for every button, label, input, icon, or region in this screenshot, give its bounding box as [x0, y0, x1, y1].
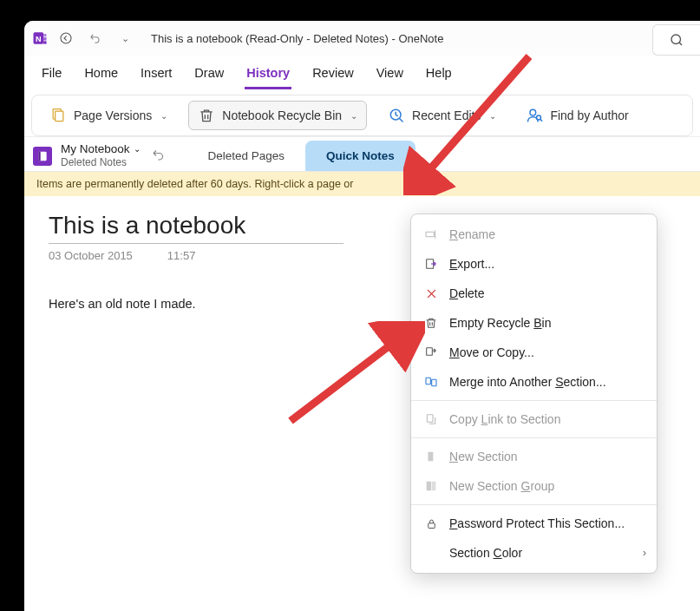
menu-file[interactable]: File: [40, 62, 63, 89]
copy-link-icon: [423, 411, 439, 427]
merge-icon: [423, 374, 439, 390]
qat-customize-button[interactable]: ⌄: [113, 26, 137, 50]
svg-rect-16: [426, 378, 430, 384]
move-copy-icon: [423, 345, 439, 360]
titlebar: N ⌄ This is a notebook (Read-Only - Dele…: [24, 21, 700, 56]
section-context-menu: RRenameename Export... Delete Empty Recy…: [410, 214, 657, 574]
info-strip: Items are permanently deleted after 60 d…: [24, 172, 700, 196]
svg-rect-2: [43, 37, 46, 40]
menu-home[interactable]: Home: [82, 62, 120, 89]
recent-edits-icon: [388, 107, 405, 124]
menu-section-color[interactable]: Section Color ›: [411, 538, 657, 568]
notebook-undo-icon[interactable]: [151, 147, 167, 166]
menu-help[interactable]: Help: [424, 62, 454, 89]
svg-rect-15: [427, 348, 433, 356]
svg-rect-21: [432, 482, 436, 491]
page-versions-button[interactable]: Page Versions ⌄: [41, 102, 176, 129]
window-title: This is a notebook (Read-Only - Deleted …: [151, 32, 443, 45]
page-date: 03 October 2015: [49, 249, 133, 262]
rename-icon: [423, 227, 439, 242]
menu-delete[interactable]: Delete: [411, 279, 657, 308]
recycle-bin-label: Notebook Recycle Bin: [222, 108, 342, 122]
menu-new-section: New Section: [411, 442, 657, 471]
menu-review[interactable]: Review: [311, 62, 356, 89]
find-author-button[interactable]: Find by Author: [517, 102, 637, 129]
export-icon: [423, 256, 439, 272]
menu-merge-section[interactable]: Merge into Another Section...: [411, 367, 657, 397]
app-window: N ⌄ This is a notebook (Read-Only - Dele…: [24, 21, 700, 611]
lock-icon: [423, 516, 439, 531]
recent-edits-button[interactable]: Recent Edits ⌄: [379, 102, 505, 129]
menu-insert[interactable]: Insert: [139, 62, 173, 89]
section-icon: [423, 449, 439, 464]
svg-rect-12: [38, 151, 40, 161]
find-author-icon: [526, 107, 543, 124]
menubar: File Home Insert Draw History Review Vie…: [24, 56, 700, 89]
menu-empty-recycle-bin[interactable]: Empty Recycle Bin: [411, 308, 657, 338]
notebook-subtitle: Deleted Notes: [61, 156, 141, 168]
svg-rect-20: [427, 482, 431, 491]
trash-icon: [198, 107, 215, 124]
menu-draw[interactable]: Draw: [193, 62, 226, 89]
tab-deleted-pages[interactable]: Deleted Pages: [187, 141, 306, 171]
page-versions-icon: [49, 107, 67, 124]
search-button[interactable]: [652, 24, 700, 56]
menu-separator: [411, 400, 657, 401]
find-author-label: Find by Author: [550, 108, 628, 122]
trash-icon: [423, 315, 439, 331]
svg-rect-18: [427, 415, 433, 423]
onenote-app-icon: N: [31, 30, 49, 47]
svg-rect-22: [428, 522, 435, 528]
recycle-bin-button[interactable]: Notebook Recycle Bin ⌄: [188, 101, 367, 130]
svg-rect-19: [429, 452, 434, 462]
notebook-icon: [33, 147, 52, 166]
tab-quick-notes[interactable]: Quick Notes: [305, 141, 415, 171]
recent-edits-label: Recent Edits: [412, 108, 481, 122]
menu-history[interactable]: History: [245, 62, 291, 89]
section-tabs: Deleted Pages Quick Notes: [187, 141, 415, 171]
notebook-name: My Notebook: [61, 142, 130, 156]
delete-icon: [423, 286, 439, 301]
menu-copy-link: Copy Link to Section: [411, 404, 657, 434]
ribbon: Page Versions ⌄ Notebook Recycle Bin ⌄ R…: [24, 95, 700, 137]
svg-rect-3: [43, 41, 46, 43]
menu-export[interactable]: Export...: [411, 249, 657, 279]
undo-button[interactable]: [83, 26, 108, 50]
chevron-down-icon: ⌄: [160, 111, 167, 121]
svg-rect-7: [56, 111, 63, 122]
chevron-down-icon: ⌄: [134, 144, 141, 154]
menu-new-section-group: New Section Group: [411, 471, 657, 501]
svg-rect-13: [426, 232, 434, 236]
svg-rect-1: [43, 34, 46, 36]
svg-point-23: [671, 35, 681, 44]
menu-move-or-copy[interactable]: Move or Copy...: [411, 338, 657, 367]
menu-separator: [411, 437, 657, 438]
chevron-down-icon: ⌄: [350, 111, 357, 121]
menu-separator: [411, 504, 657, 505]
page-title[interactable]: This is a notebook: [49, 212, 343, 244]
menu-view[interactable]: View: [375, 62, 405, 89]
svg-rect-17: [432, 379, 436, 385]
chevron-down-icon: ⌄: [489, 111, 496, 121]
section-group-icon: [423, 478, 439, 494]
svg-text:N: N: [36, 35, 42, 43]
menu-rename: RRenameename: [411, 220, 657, 249]
back-button[interactable]: [54, 26, 78, 50]
page-time: 11:57: [167, 249, 196, 262]
svg-point-5: [61, 33, 71, 43]
svg-point-9: [530, 109, 536, 115]
menu-password-protect[interactable]: Password Protect This Section...: [411, 509, 657, 538]
page-versions-label: Page Versions: [74, 108, 152, 122]
chevron-right-icon: ›: [643, 547, 646, 559]
notebook-labels[interactable]: My Notebook ⌄ Deleted Notes: [61, 142, 141, 169]
color-icon: [423, 545, 439, 561]
notebook-bar: My Notebook ⌄ Deleted Notes Deleted Page…: [24, 137, 700, 172]
ribbon-inner: Page Versions ⌄ Notebook Recycle Bin ⌄ R…: [31, 95, 693, 136]
